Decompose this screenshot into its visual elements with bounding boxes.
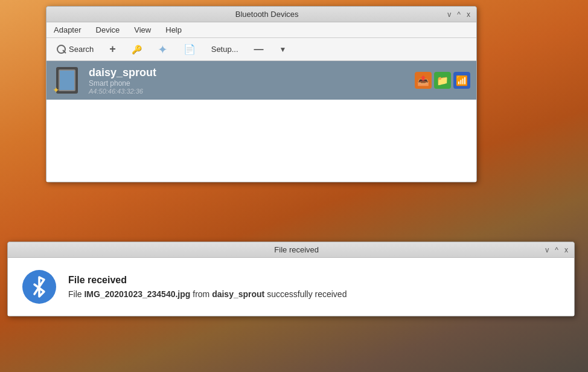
file-received-heading: File received — [68, 275, 560, 286]
file-icon: 📄 — [184, 43, 196, 55]
dash-button[interactable]: — — [249, 42, 269, 57]
file-received-text: File received File IMG_20201023_234540.j… — [68, 275, 560, 299]
file-received-detail: File IMG_20201023_234540.jpg from daisy_… — [68, 289, 560, 299]
setup-button[interactable]: Setup... — [206, 42, 244, 56]
action-icon-orange[interactable]: 📤 — [415, 72, 432, 89]
bluetooth-minimize-btn[interactable]: v — [446, 10, 452, 19]
file-received-body: File received File IMG_20201023_234540.j… — [8, 258, 574, 316]
device-list: ✦ daisy_sprout Smart phone A4:50:46:43:3… — [46, 61, 476, 182]
device-row[interactable]: ✦ daisy_sprout Smart phone A4:50:46:43:3… — [46, 61, 476, 100]
bluetooth-window-title: Bluetooth Devices — [88, 10, 446, 19]
setup-label: Setup... — [211, 45, 238, 54]
trusted-star-icon: ✦ — [53, 85, 60, 95]
dash-icon: — — [254, 44, 264, 55]
browse-icon: 📁 — [436, 75, 449, 86]
file-received-window: File received v ^ x File received File I… — [7, 242, 575, 316]
bluetooth-toolbar: Search + 🔑 ✦ 📄 Setup... — ▼ — [46, 38, 476, 61]
bluetooth-window-titlebar: Bluetooth Devices v ^ x — [46, 7, 476, 22]
menu-view[interactable]: View — [132, 24, 153, 36]
bluetooth-menubar: Adapter Device View Help — [46, 22, 476, 38]
bluetooth-devices-window: Bluetooth Devices v ^ x Adapter Device V… — [46, 6, 477, 182]
device-actions: 📤 📁 📶 — [415, 72, 470, 89]
dropdown-arrow-icon: ▼ — [280, 45, 287, 54]
file-received-title: File received — [49, 245, 544, 254]
file-received-controls: v ^ x — [544, 246, 569, 254]
key-icon: 🔑 — [132, 45, 142, 54]
send-icon: 📤 — [417, 75, 429, 86]
dropdown-button[interactable]: ▼ — [274, 43, 292, 56]
empty-device-area — [46, 100, 476, 160]
bluetooth-symbol-svg — [30, 275, 49, 299]
device-mac: A4:50:46:43:32:36 — [89, 88, 407, 95]
bluetooth-window-controls: v ^ x — [446, 10, 471, 19]
menu-help[interactable]: Help — [163, 24, 184, 36]
detail-prefix: File — [68, 289, 84, 299]
detail-device: daisy_sprout — [212, 289, 264, 299]
add-device-button[interactable]: + — [104, 40, 121, 58]
bluetooth-logo — [22, 270, 56, 304]
sparkle-icon: ✦ — [158, 43, 168, 56]
menu-device[interactable]: Device — [94, 24, 123, 36]
detail-filename: IMG_20201023_234540.jpg — [84, 289, 190, 299]
fr-minimize-btn[interactable]: v — [544, 246, 550, 254]
device-name: daisy_sprout — [89, 66, 407, 79]
device-info: daisy_sprout Smart phone A4:50:46:43:32:… — [89, 66, 407, 95]
search-label: Search — [69, 45, 94, 54]
action-icon-green[interactable]: 📁 — [434, 72, 451, 89]
action-icon-blue[interactable]: 📶 — [453, 72, 470, 89]
sparkle-button[interactable]: ✦ — [152, 41, 173, 58]
menu-adapter[interactable]: Adapter — [51, 24, 84, 36]
search-icon — [57, 45, 66, 54]
device-type: Smart phone — [89, 79, 407, 88]
bluetooth-maximize-btn[interactable]: ^ — [456, 10, 462, 19]
fr-close-btn[interactable]: x — [563, 246, 569, 254]
key-button[interactable]: 🔑 — [126, 42, 147, 57]
device-icon-wrapper: ✦ — [53, 66, 81, 95]
detail-from: from — [190, 289, 212, 299]
send-file-button[interactable]: 📄 — [178, 41, 201, 57]
add-icon: + — [109, 43, 116, 56]
fr-maximize-btn[interactable]: ^ — [554, 246, 560, 254]
detail-suffix: successfully received — [264, 289, 347, 299]
network-icon: 📶 — [456, 75, 468, 86]
bluetooth-close-btn[interactable]: x — [465, 10, 471, 19]
file-received-titlebar: File received v ^ x — [8, 242, 574, 258]
search-button[interactable]: Search — [51, 42, 99, 57]
